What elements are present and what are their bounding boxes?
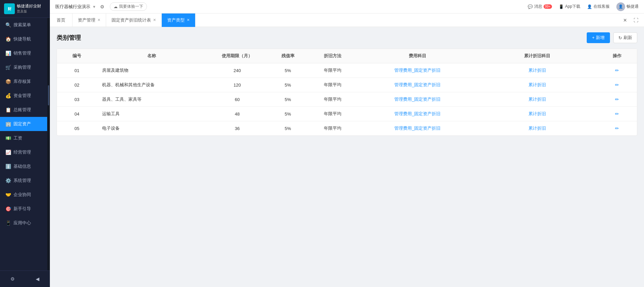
table-row: 02 机器、机械和其他生产设备 120 5% 年限平均 管理费用_固定资产折旧 … xyxy=(57,78,637,92)
sidebar-item-system[interactable]: ⚙️ 系统管理 xyxy=(0,173,47,188)
sidebar-logo: 财 畅捷通好业财 普及版 xyxy=(0,0,50,18)
cell-method: 年限平均 xyxy=(308,92,358,107)
page-title: 类别管理 xyxy=(57,34,81,42)
cell-no: 01 xyxy=(57,63,97,78)
sidebar-item-app-center[interactable]: 📱 应用中心 xyxy=(0,216,47,230)
cell-cumulative: 累计折旧 xyxy=(477,63,597,78)
sidebar-item-guide[interactable]: 🎯 新手引导 xyxy=(0,202,47,216)
tab-maximize-button[interactable]: ⛶ xyxy=(631,15,641,26)
table-row: 04 运输工具 48 5% 年限平均 管理费用_固定资产折旧 累计折旧 ✏ xyxy=(57,107,637,121)
app-download-button[interactable]: 📱 App下载 xyxy=(559,4,580,9)
inventory-icon: 📦 xyxy=(5,79,11,84)
sidebar-item-label: 应用中心 xyxy=(13,220,31,226)
logo-text: 畅捷通好业财 xyxy=(17,4,41,9)
sidebar-item-enterprise[interactable]: 🤝 企业协同 xyxy=(0,188,47,202)
logo-icon: 财 xyxy=(4,3,15,14)
edit-button[interactable]: ✏ xyxy=(615,82,619,88)
cell-period: 120 xyxy=(207,78,268,92)
sidebar-item-label: 新手引导 xyxy=(13,206,31,212)
tab-asset-type-label: 资产类型 xyxy=(167,17,185,23)
cell-residual: 5% xyxy=(268,78,308,92)
sidebar-item-label: 经营管理 xyxy=(13,149,31,155)
tab-asset-type-close[interactable]: ✕ xyxy=(187,18,190,22)
experience-label: 我要体验一下 xyxy=(119,4,143,9)
edit-button[interactable]: ✏ xyxy=(615,68,619,73)
page-actions: + 新增 ↻ 刷新 xyxy=(587,32,637,43)
sidebar-item-basic-info[interactable]: ℹ️ 基础信息 xyxy=(0,159,47,173)
guide-icon: 🎯 xyxy=(5,206,11,212)
workspace-selector[interactable]: 医疗器械行业演示 ▼ xyxy=(55,4,96,10)
new-button[interactable]: + 新增 xyxy=(587,32,610,43)
sidebar-scrollbar[interactable] xyxy=(47,18,50,270)
collapse-button[interactable]: ◀ xyxy=(34,274,41,284)
sidebar: 财 畅捷通好业财 普及版 🔍 搜索菜单 🏠 快捷导航 📊 销售管理 🛒 采购管理 xyxy=(0,0,50,287)
edit-button[interactable]: ✏ xyxy=(615,111,619,117)
sidebar-item-label: 库存核算 xyxy=(13,78,31,85)
cell-residual: 5% xyxy=(268,121,308,136)
cell-method: 年限平均 xyxy=(308,63,358,78)
category-table: 编号 名称 使用期限（月） 残值率 折旧方法 费用科目 累计折旧科目 操作 01… xyxy=(57,49,637,135)
topbar-right: 💬 消息 99+ 📱 App下载 👤 在线客服 👤 畅捷通 xyxy=(528,2,639,11)
sidebar-item-search[interactable]: 🔍 搜索菜单 xyxy=(0,18,47,32)
cell-no: 05 xyxy=(57,121,97,136)
tabs-bar: 首页 资产管理 ✕ 固定资产折旧统计表 ✕ 资产类型 ✕ ✕ ⛶ xyxy=(50,13,644,27)
sidebar-item-purchase[interactable]: 🛒 采购管理 xyxy=(0,60,47,74)
cell-period: 240 xyxy=(207,63,268,78)
sidebar-item-fixed-asset[interactable]: 🏢 固定资产 xyxy=(0,117,47,131)
cell-expense: 管理费用_固定资产折旧 xyxy=(358,78,477,92)
tab-asset-mgmt[interactable]: 资产管理 ✕ xyxy=(72,13,106,27)
message-badge: 99+ xyxy=(544,4,552,9)
sales-icon: 📊 xyxy=(5,51,11,56)
edit-button[interactable]: ✏ xyxy=(615,126,619,131)
tab-close-window-button[interactable]: ✕ xyxy=(620,15,631,26)
sidebar-item-label: 采购管理 xyxy=(13,64,31,70)
sidebar-item-finance[interactable]: 💰 资金管理 xyxy=(0,89,47,103)
edit-button[interactable]: ✏ xyxy=(615,97,619,102)
cell-cumulative: 累计折旧 xyxy=(477,92,597,107)
tab-fixed-asset-depreciation[interactable]: 固定资产折旧统计表 ✕ xyxy=(106,13,162,27)
sidebar-item-label: 企业协同 xyxy=(13,192,31,198)
tab-home[interactable]: 首页 xyxy=(50,13,72,27)
workspace-settings-button[interactable]: ⚙ xyxy=(100,4,104,9)
cell-no: 04 xyxy=(57,107,97,121)
basic-info-icon: ℹ️ xyxy=(5,164,11,169)
col-header-no: 编号 xyxy=(57,49,97,63)
refresh-icon: ↻ xyxy=(618,35,622,40)
sidebar-item-label: 快捷导航 xyxy=(13,36,31,42)
sidebar-item-ledger[interactable]: 📋 总账管理 xyxy=(0,103,47,117)
system-icon: ⚙️ xyxy=(5,178,11,183)
cell-action: ✏ xyxy=(597,107,637,121)
tab-asset-type[interactable]: 资产类型 ✕ xyxy=(162,13,195,27)
search-icon: 🔍 xyxy=(5,22,11,28)
tab-asset-mgmt-label: 资产管理 xyxy=(78,17,95,23)
settings-button[interactable]: ⚙ xyxy=(8,274,17,284)
col-header-action: 操作 xyxy=(597,49,637,63)
cell-name: 机器、机械和其他生产设备 xyxy=(97,78,207,92)
sidebar-item-operations[interactable]: 📈 经营管理 xyxy=(0,145,47,159)
tabs-right-buttons: ✕ ⛶ xyxy=(620,15,644,26)
message-button[interactable]: 💬 消息 99+ xyxy=(528,4,552,9)
cell-residual: 5% xyxy=(268,107,308,121)
home-icon: 🏠 xyxy=(5,36,11,42)
main-content: 医疗器械行业演示 ▼ ⚙ ☁ 我要体验一下 💬 消息 99+ 📱 App下载 👤… xyxy=(50,0,644,287)
cell-method: 年限平均 xyxy=(308,78,358,92)
refresh-button[interactable]: ↻ 刷新 xyxy=(613,32,637,43)
tab-fixed-asset-depreciation-close[interactable]: ✕ xyxy=(153,18,156,22)
sidebar-item-quick-nav[interactable]: 🏠 快捷导航 xyxy=(0,32,47,46)
user-profile-button[interactable]: 👤 畅捷通 xyxy=(616,2,639,11)
tab-asset-mgmt-close[interactable]: ✕ xyxy=(97,18,100,22)
enterprise-icon: 🤝 xyxy=(5,192,11,197)
app-center-icon: 📱 xyxy=(5,220,11,226)
customer-service-button[interactable]: 👤 在线客服 xyxy=(587,4,610,9)
cell-action: ✏ xyxy=(597,63,637,78)
cell-residual: 5% xyxy=(268,92,308,107)
sidebar-item-sales[interactable]: 📊 销售管理 xyxy=(0,46,47,60)
ledger-icon: 📋 xyxy=(5,107,11,113)
sidebar-item-inventory[interactable]: 📦 库存核算 xyxy=(0,74,47,89)
cell-no: 02 xyxy=(57,78,97,92)
page-content: 类别管理 + 新增 ↻ 刷新 编号 名称 使用期限（月） 残值率 折旧方法 xyxy=(50,27,644,287)
experience-button[interactable]: ☁ 我要体验一下 xyxy=(110,2,147,11)
refresh-label: 刷新 xyxy=(623,35,632,41)
cell-name: 器具、工具、家具等 xyxy=(97,92,207,107)
sidebar-item-payroll[interactable]: 💵 工资 xyxy=(0,131,47,145)
